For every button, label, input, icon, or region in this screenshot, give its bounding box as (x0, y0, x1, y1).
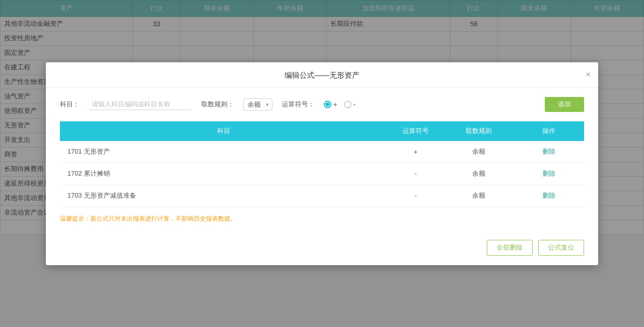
modal-footer: 全部删除 公式复位 (46, 232, 598, 265)
table-row: 1702 累计摊销-余额删除 (60, 163, 584, 185)
row-rule-2: 余额 (444, 185, 514, 207)
radio-plus[interactable]: + (324, 100, 337, 108)
warning-text: 温馨提示：新公式只对未出报表进行计算，不影响历史报表数据。 (60, 215, 584, 223)
row-rule-1: 余额 (444, 163, 514, 185)
operator-radio-group: + - (324, 100, 356, 108)
modal-title: 编辑公式——无形资产 (285, 71, 359, 79)
modal-overlay: 编辑公式——无形资产 × 科目： 取数规则： 余额 运算符号： (0, 0, 644, 327)
operator-label: 运算符号： (282, 100, 315, 109)
add-button[interactable]: 添加 (545, 97, 584, 112)
row-operator-0: + (388, 141, 444, 163)
rule-select[interactable]: 余额 (243, 98, 272, 111)
row-rule-0: 余额 (444, 141, 514, 163)
modal-dialog: 编辑公式——无形资产 × 科目： 取数规则： 余额 运算符号： (46, 62, 598, 265)
formula-table: 科目 运算符号 取数规则 操作 1701 无形资产+余额删除1702 累计摊销-… (60, 121, 584, 207)
delete-link-1[interactable]: 删除 (542, 170, 556, 177)
modal-body: 科目： 取数规则： 余额 运算符号： + - (46, 88, 598, 232)
row-action-0: 删除 (514, 141, 584, 163)
row-action-1: 删除 (514, 163, 584, 185)
table-header-subject: 科目 (60, 121, 388, 141)
row-action-2: 删除 (514, 185, 584, 207)
rule-label: 取数规则： (201, 100, 234, 109)
rule-select-wrap: 余额 (243, 98, 272, 111)
subject-input[interactable] (89, 98, 192, 110)
radio-minus-circle (344, 101, 351, 108)
delete-all-button[interactable]: 全部删除 (487, 240, 533, 256)
table-header-action: 操作 (514, 121, 584, 141)
row-subject-1: 1702 累计摊销 (60, 163, 388, 185)
modal-header: 编辑公式——无形资产 × (46, 62, 598, 88)
subject-label: 科目： (60, 100, 80, 109)
row-operator-2: - (388, 185, 444, 207)
delete-link-0[interactable]: 删除 (542, 148, 556, 155)
table-row: 1701 无形资产+余额删除 (60, 141, 584, 163)
delete-link-2[interactable]: 删除 (542, 192, 556, 199)
radio-minus[interactable]: - (344, 100, 356, 108)
row-subject-0: 1701 无形资产 (60, 141, 388, 163)
table-row: 1703 无形资产减值准备-余额删除 (60, 185, 584, 207)
reset-formula-button[interactable]: 公式复位 (538, 240, 584, 256)
row-subject-2: 1703 无形资产减值准备 (60, 185, 388, 207)
radio-minus-label: - (353, 100, 356, 108)
radio-plus-label: + (333, 100, 337, 108)
modal-close-button[interactable]: × (585, 70, 591, 79)
radio-plus-circle (324, 101, 331, 108)
table-header-operator: 运算符号 (388, 121, 444, 141)
form-row: 科目： 取数规则： 余额 运算符号： + - (60, 97, 584, 112)
row-operator-1: - (388, 163, 444, 185)
table-header-rule: 取数规则 (444, 121, 514, 141)
